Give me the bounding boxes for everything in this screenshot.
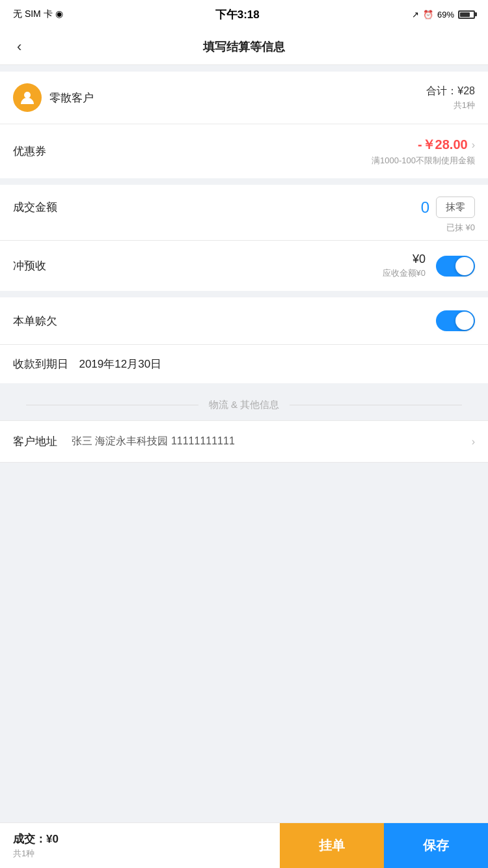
duedate-label: 收款到期日	[13, 358, 68, 370]
coupon-chevron-icon: ›	[472, 139, 475, 151]
customer-name: 零散客户	[49, 90, 94, 105]
total-amount: 合计：¥28	[426, 85, 475, 98]
divider-3	[0, 291, 488, 297]
customer-info: 零散客户	[13, 83, 94, 112]
battery-percent: 69%	[437, 10, 454, 20]
svg-point-0	[24, 92, 31, 98]
alarm-icon: ⏰	[423, 10, 433, 20]
address-chevron-icon: ›	[472, 436, 475, 448]
nav-bar: ‹ 填写结算等信息	[0, 29, 488, 65]
prereceive-amounts: ¥0 应收金额¥0	[383, 252, 426, 279]
battery-icon	[458, 10, 475, 19]
duedate-section: 收款到期日 2019年12月30日	[0, 345, 488, 383]
credit-toggle[interactable]	[436, 310, 475, 331]
address-value: 张三 海淀永丰科技园 11111111111	[65, 435, 472, 448]
deal-amount-label: 成交金额	[13, 200, 57, 215]
divider-1	[0, 65, 488, 72]
coupon-row[interactable]: 优惠券 -￥28.00 › 满1000-100不限制使用金额	[0, 124, 488, 178]
location-icon: ↗	[412, 10, 419, 20]
bottom-deal-amount: 成交：¥0	[13, 832, 267, 847]
bottom-spacer	[0, 463, 488, 521]
status-time: 下午3:18	[215, 7, 260, 22]
save-button[interactable]: 保存	[384, 823, 488, 869]
prereceive-right: ¥0 应收金额¥0	[383, 252, 475, 279]
duedate-value: 2019年12月30日	[79, 358, 161, 370]
divider-4	[0, 383, 488, 390]
total-count: 共1种	[426, 100, 475, 111]
bottom-count: 共1种	[13, 848, 267, 860]
page-title: 填写结算等信息	[203, 39, 285, 55]
sim-status: 无 SIM 卡 ◉	[13, 8, 63, 20]
bottom-deal-value: ¥0	[46, 833, 59, 845]
hold-button[interactable]: 挂单	[280, 823, 384, 869]
bottom-deal-prefix: 成交：	[13, 833, 46, 845]
divider-2	[0, 178, 488, 185]
deal-amount-section: 成交金额 0 抹零 已抹 ¥0	[0, 185, 488, 240]
back-button[interactable]: ‹	[12, 33, 27, 61]
credit-section: 本单赊欠	[0, 297, 488, 344]
prereceive-main-amount: ¥0	[383, 252, 426, 266]
prereceive-label: 冲预收	[13, 258, 46, 273]
customer-total: 合计：¥28 共1种	[426, 85, 475, 111]
prereceive-section: 冲预收 ¥0 应收金额¥0	[0, 241, 488, 291]
coupon-label: 优惠券	[13, 144, 46, 159]
deal-input-area: 0 抹零	[421, 197, 475, 218]
round-zero-button[interactable]: 抹零	[436, 197, 475, 218]
logistics-title: 物流 & 其他信息	[209, 399, 279, 411]
toggle-knob	[455, 257, 474, 275]
coupon-desc: 满1000-100不限制使用金额	[372, 155, 475, 167]
address-label: 客户地址	[13, 434, 65, 449]
status-right: ↗ ⏰ 69%	[412, 10, 475, 20]
status-left: 无 SIM 卡 ◉	[13, 8, 63, 20]
bottom-info: 成交：¥0 共1种	[0, 832, 280, 860]
address-section[interactable]: 客户地址 张三 海淀永丰科技园 11111111111 ›	[0, 421, 488, 462]
credit-label: 本单赊欠	[13, 314, 57, 329]
status-bar: 无 SIM 卡 ◉ 下午3:18 ↗ ⏰ 69%	[0, 0, 488, 29]
credit-toggle-knob	[455, 312, 474, 330]
prereceive-toggle[interactable]	[436, 256, 475, 277]
coupon-amount: -￥28.00	[418, 136, 468, 154]
deal-value[interactable]: 0	[421, 198, 429, 217]
avatar	[13, 83, 42, 112]
logistics-header: 物流 & 其他信息	[0, 390, 488, 420]
prereceive-sub-amount: 应收金额¥0	[383, 267, 426, 279]
deal-sub-text: 已抹 ¥0	[13, 222, 475, 234]
customer-row: 零散客户 合计：¥28 共1种	[0, 72, 488, 124]
deal-row: 成交金额 0 抹零	[13, 197, 475, 218]
bottom-bar: 成交：¥0 共1种 挂单 保存	[0, 822, 488, 868]
